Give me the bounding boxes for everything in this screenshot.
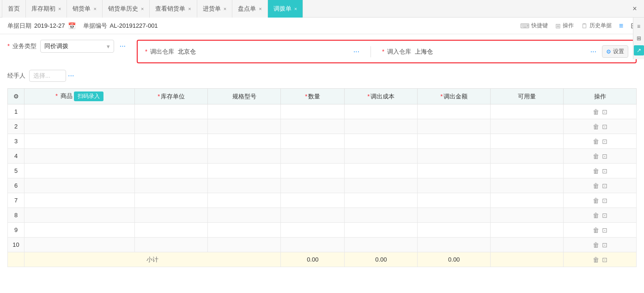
in-warehouse-more-icon[interactable]: ··· bbox=[590, 48, 596, 56]
close-all-tabs-button[interactable]: × bbox=[629, 3, 640, 14]
cell-amount[interactable] bbox=[418, 238, 491, 252]
cell-product[interactable] bbox=[24, 208, 135, 223]
person-more-icon[interactable]: ··· bbox=[68, 72, 74, 80]
tab-transfer-close[interactable]: × bbox=[294, 6, 297, 12]
cell-amount[interactable] bbox=[418, 104, 491, 119]
copy-icon[interactable]: ⊡ bbox=[602, 182, 608, 189]
cell-unit[interactable] bbox=[135, 119, 208, 134]
tab-inventory[interactable]: 盘点单 × bbox=[232, 0, 267, 18]
cell-unit[interactable] bbox=[135, 164, 208, 178]
copy-icon[interactable]: ⊡ bbox=[602, 256, 608, 263]
cell-amount[interactable] bbox=[418, 134, 491, 149]
shortcuts-button[interactable]: ⌨ 快捷键 bbox=[520, 22, 548, 30]
delete-icon[interactable]: 🗑 bbox=[593, 197, 599, 204]
cell-cost[interactable] bbox=[345, 149, 418, 164]
tab-sales-close[interactable]: × bbox=[93, 6, 96, 12]
cell-amount[interactable] bbox=[418, 208, 491, 223]
delete-icon[interactable]: 🗑 bbox=[593, 123, 599, 130]
layout-list-button[interactable]: ≡ bbox=[619, 22, 623, 30]
tab-initial[interactable]: 库存期初 × bbox=[26, 0, 67, 18]
cell-qty[interactable] bbox=[281, 119, 345, 134]
cell-spec[interactable] bbox=[208, 178, 281, 193]
copy-icon[interactable]: ⊡ bbox=[602, 138, 608, 145]
side-panel-list-button[interactable]: ≡ bbox=[634, 21, 644, 31]
cell-spec[interactable] bbox=[208, 149, 281, 164]
cell-amount[interactable] bbox=[418, 119, 491, 134]
tab-transfer[interactable]: 调拨单 × bbox=[268, 0, 303, 18]
cell-qty[interactable] bbox=[281, 238, 345, 252]
delete-icon[interactable]: 🗑 bbox=[593, 167, 599, 175]
copy-icon[interactable]: ⊡ bbox=[602, 108, 608, 116]
business-type-select[interactable]: 同价调拨 ▾ bbox=[40, 40, 114, 53]
tab-view-sales-close[interactable]: × bbox=[188, 6, 191, 12]
delete-icon[interactable]: 🗑 bbox=[593, 241, 599, 249]
tab-initial-close[interactable]: × bbox=[58, 6, 61, 12]
cell-amount[interactable] bbox=[418, 193, 491, 208]
cell-cost[interactable] bbox=[345, 104, 418, 119]
cell-product[interactable] bbox=[24, 119, 135, 134]
tab-home[interactable]: 首页 bbox=[2, 0, 26, 18]
cell-product[interactable] bbox=[24, 149, 135, 164]
cell-spec[interactable] bbox=[208, 193, 281, 208]
cell-available[interactable] bbox=[491, 104, 564, 119]
cell-unit[interactable] bbox=[135, 134, 208, 149]
cell-product[interactable] bbox=[24, 178, 135, 193]
tab-sales[interactable]: 销货单 × bbox=[67, 0, 102, 18]
business-type-more-icon[interactable]: ··· bbox=[120, 42, 126, 50]
side-panel-expand-button[interactable]: ↗ bbox=[634, 45, 644, 55]
copy-icon[interactable]: ⊡ bbox=[602, 123, 608, 130]
cell-product[interactable] bbox=[24, 223, 135, 238]
out-warehouse-more-icon[interactable]: ··· bbox=[353, 48, 359, 56]
settings-button[interactable]: ⚙ 设置 bbox=[602, 45, 628, 58]
cell-available[interactable] bbox=[491, 178, 564, 193]
cell-available[interactable] bbox=[491, 134, 564, 149]
tab-view-sales[interactable]: 查看销货单 × bbox=[150, 0, 197, 18]
calendar-icon[interactable]: 📅 bbox=[68, 22, 76, 30]
person-select[interactable]: 选择... bbox=[29, 70, 66, 82]
cell-qty[interactable] bbox=[281, 134, 345, 149]
delete-icon[interactable]: 🗑 bbox=[593, 256, 599, 263]
cell-spec[interactable] bbox=[208, 134, 281, 149]
cell-spec[interactable] bbox=[208, 119, 281, 134]
cell-product[interactable] bbox=[24, 164, 135, 178]
operations-button[interactable]: ⊞ 操作 bbox=[555, 22, 574, 30]
cell-unit[interactable] bbox=[135, 208, 208, 223]
tab-sales-history-close[interactable]: × bbox=[141, 6, 144, 12]
cell-product[interactable] bbox=[24, 193, 135, 208]
history-button[interactable]: 🗒 历史单据 bbox=[581, 22, 612, 30]
cell-available[interactable] bbox=[491, 223, 564, 238]
cell-available[interactable] bbox=[491, 119, 564, 134]
copy-icon[interactable]: ⊡ bbox=[602, 212, 608, 219]
cell-unit[interactable] bbox=[135, 193, 208, 208]
cell-qty[interactable] bbox=[281, 149, 345, 164]
cell-spec[interactable] bbox=[208, 104, 281, 119]
cell-qty[interactable] bbox=[281, 193, 345, 208]
delete-icon[interactable]: 🗑 bbox=[593, 138, 599, 145]
cell-amount[interactable] bbox=[418, 223, 491, 238]
cell-cost[interactable] bbox=[345, 223, 418, 238]
cell-spec[interactable] bbox=[208, 238, 281, 252]
delete-icon[interactable]: 🗑 bbox=[593, 212, 599, 219]
cell-amount[interactable] bbox=[418, 149, 491, 164]
cell-cost[interactable] bbox=[345, 193, 418, 208]
copy-icon[interactable]: ⊡ bbox=[602, 226, 608, 234]
cell-unit[interactable] bbox=[135, 178, 208, 193]
delete-icon[interactable]: 🗑 bbox=[593, 108, 599, 116]
tab-purchase[interactable]: 进货单 × bbox=[197, 0, 232, 18]
cell-unit[interactable] bbox=[135, 223, 208, 238]
cell-cost[interactable] bbox=[345, 119, 418, 134]
cell-spec[interactable] bbox=[208, 164, 281, 178]
side-panel-grid-button[interactable]: ⊞ bbox=[634, 33, 644, 43]
cell-available[interactable] bbox=[491, 164, 564, 178]
cell-cost[interactable] bbox=[345, 178, 418, 193]
gear-icon[interactable]: ⚙ bbox=[13, 93, 19, 100]
delete-icon[interactable]: 🗑 bbox=[593, 153, 599, 160]
cell-qty[interactable] bbox=[281, 164, 345, 178]
cell-available[interactable] bbox=[491, 208, 564, 223]
copy-icon[interactable]: ⊡ bbox=[602, 153, 608, 160]
cell-unit[interactable] bbox=[135, 149, 208, 164]
cell-qty[interactable] bbox=[281, 104, 345, 119]
delete-icon[interactable]: 🗑 bbox=[593, 182, 599, 189]
cell-unit[interactable] bbox=[135, 104, 208, 119]
cell-amount[interactable] bbox=[418, 164, 491, 178]
